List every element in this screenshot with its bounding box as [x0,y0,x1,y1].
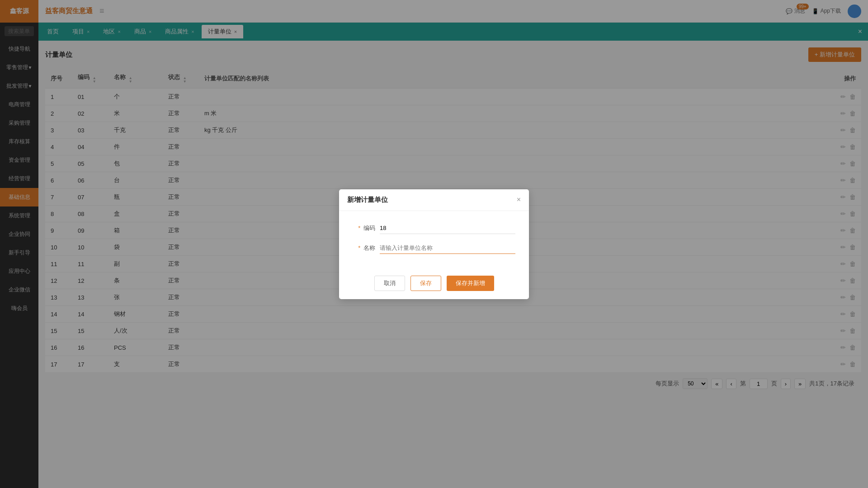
form-row-code: * 编码 [353,222,515,234]
modal-body: * 编码 * 名称 [339,211,529,271]
name-label: * 名称 [353,244,380,252]
cancel-button[interactable]: 取消 [374,276,405,291]
modal-overlay[interactable]: 新增计量单位 × * 编码 * 名称 取消 保存 保存并新增 [0,0,868,488]
code-label: * 编码 [353,224,380,232]
add-unit-modal: 新增计量单位 × * 编码 * 名称 取消 保存 保存并新增 [339,189,529,299]
modal-footer: 取消 保存 保存并新增 [339,271,529,299]
form-row-name: * 名称 [353,242,515,254]
modal-close-button[interactable]: × [517,196,521,204]
save-and-new-button[interactable]: 保存并新增 [447,276,494,291]
modal-title: 新增计量单位 [347,196,388,204]
code-input[interactable] [380,222,515,234]
modal-header: 新增计量单位 × [339,189,529,211]
save-button[interactable]: 保存 [410,276,441,291]
name-input[interactable] [380,242,515,254]
